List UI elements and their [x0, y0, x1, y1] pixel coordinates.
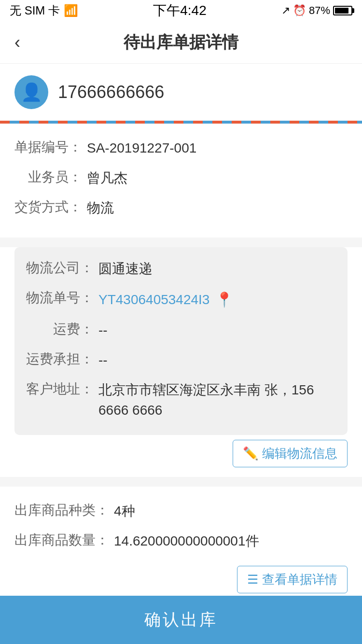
freight-bear-label: 运费承担： — [26, 350, 94, 368]
section-divider — [0, 477, 362, 487]
edit-logistics-label: 编辑物流信息 — [262, 445, 337, 462]
avatar-icon: 👤 — [21, 82, 42, 102]
goods-type-row: 出库商品种类： 4种 — [14, 501, 348, 521]
goods-type-value: 4种 — [109, 501, 348, 521]
freight-label: 运费： — [26, 320, 94, 338]
delivery-value: 物流 — [82, 198, 348, 218]
goods-section: 出库商品种类： 4种 出库商品数量： 14.620000000000001件 ☰… — [0, 487, 362, 608]
tracking-number: YT43064053424I3 — [98, 290, 209, 310]
map-pin-icon[interactable]: 📍 — [215, 289, 233, 310]
logistics-company-value: 圆通速递 — [94, 259, 336, 279]
logistics-card: 物流公司： 圆通速递 物流单号： YT43064053424I3 📍 运费： -… — [14, 247, 348, 435]
address-row: 客户地址： 北京市市辖区海淀区永丰南 张，156 6666 6666 — [26, 380, 336, 420]
confirm-outbound-button[interactable]: 确认出库 — [144, 609, 218, 631]
edit-btn-row: ✏️ 编辑物流信息 — [0, 435, 362, 477]
logistics-tracking-label: 物流单号： — [26, 289, 94, 307]
address-label: 客户地址： — [26, 380, 94, 398]
goods-qty-label: 出库商品数量： — [14, 531, 109, 549]
nav-bar: ‹ 待出库单据详情 — [0, 21, 362, 64]
location-status-icon: ↗ — [281, 4, 290, 17]
customer-phone: 17666666666 — [58, 82, 164, 102]
status-bar: 无 SIM 卡 📶 下午4:42 ↗ ⏰ 87% — [0, 0, 362, 21]
status-time: 下午4:42 — [153, 1, 207, 20]
avatar: 👤 — [14, 75, 48, 109]
salesman-label: 业务员： — [14, 168, 82, 186]
customer-header: 👤 17666666666 — [0, 64, 362, 121]
delivery-row: 交货方式： 物流 — [14, 198, 348, 218]
detail-icon: ☰ — [247, 572, 258, 587]
battery-percentage: 87% — [309, 4, 330, 17]
freight-value: -- — [94, 320, 336, 340]
view-detail-label: 查看单据详情 — [262, 571, 337, 588]
logistics-tracking-value: YT43064053424I3 📍 — [94, 289, 336, 310]
document-info-section: 单据编号： SA-20191227-001 业务员： 曾凡杰 交货方式： 物流 — [0, 124, 362, 238]
document-number-value: SA-20191227-001 — [82, 138, 348, 158]
goods-qty-value: 14.620000000000001件 — [109, 531, 348, 551]
freight-bear-value: -- — [94, 350, 336, 370]
logistics-tracking-row: 物流单号： YT43064053424I3 📍 — [26, 289, 336, 310]
page-title: 待出库单据详情 — [124, 31, 238, 54]
confirm-btn-wrap: 确认出库 — [0, 596, 362, 644]
goods-qty-row: 出库商品数量： 14.620000000000001件 — [14, 531, 348, 551]
address-value: 北京市市辖区海淀区永丰南 张，156 6666 6666 — [94, 380, 336, 420]
carrier-text: 无 SIM 卡 — [10, 3, 60, 18]
status-right: ↗ ⏰ 87% — [281, 4, 352, 17]
freight-row: 运费： -- — [26, 320, 336, 340]
logistics-company-row: 物流公司： 圆通速递 — [26, 259, 336, 279]
wifi-icon: 📶 — [64, 4, 78, 17]
salesman-value: 曾凡杰 — [82, 168, 348, 188]
delivery-label: 交货方式： — [14, 198, 82, 216]
freight-bear-row: 运费承担： -- — [26, 350, 336, 370]
goods-type-label: 出库商品种类： — [14, 501, 109, 519]
content: 👤 17666666666 单据编号： SA-20191227-001 业务员：… — [0, 64, 362, 644]
alarm-icon: ⏰ — [293, 4, 306, 17]
status-left: 无 SIM 卡 📶 — [10, 3, 78, 18]
salesman-row: 业务员： 曾凡杰 — [14, 168, 348, 188]
document-number-row: 单据编号： SA-20191227-001 — [14, 138, 348, 158]
battery-fill — [335, 8, 348, 14]
back-button[interactable]: ‹ — [14, 32, 43, 53]
logistics-company-label: 物流公司： — [26, 259, 94, 277]
view-detail-button[interactable]: ☰ 查看单据详情 — [237, 566, 348, 593]
battery-icon — [333, 6, 352, 15]
edit-logistics-button[interactable]: ✏️ 编辑物流信息 — [233, 440, 348, 467]
edit-icon: ✏️ — [243, 446, 258, 461]
document-number-label: 单据编号： — [14, 138, 82, 156]
